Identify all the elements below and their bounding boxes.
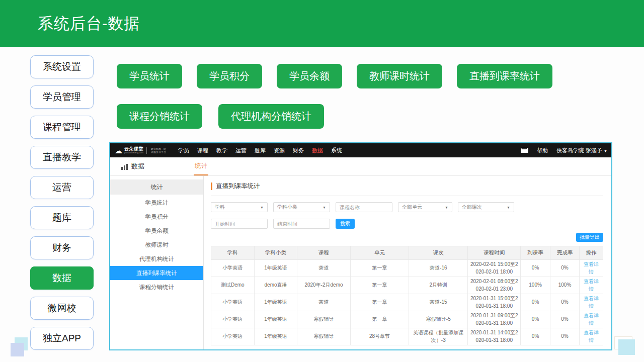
help-link[interactable]: 帮助 xyxy=(537,147,548,154)
sidebar-item[interactable]: 数据 xyxy=(30,266,94,290)
statistics-submenu: 统计 学员统计 学员积分 学员余额 教师课时 代理机构统计 直播到课率统计 xyxy=(110,176,204,349)
sidebar-item[interactable]: 直播教学 xyxy=(30,146,94,169)
app-navbar: ☁ 云朵课堂 yunduoketang.com 教育机构一站 式服务云平台 学员… xyxy=(110,143,611,157)
cell-attendance: 0% xyxy=(521,328,550,345)
tab-statistics[interactable]: 统计 xyxy=(194,157,208,175)
cell-subcategory: 1年级英语 xyxy=(254,311,297,328)
feature-chip[interactable]: 直播到课率统计 xyxy=(457,64,552,88)
submenu-item[interactable]: 学员积分 xyxy=(110,210,203,224)
feature-chip[interactable]: 课程分销统计 xyxy=(117,104,202,129)
table-row: 小学英语 1年级英语 茶道 第一章 茶道-15 2020-01-31 15:00… xyxy=(211,294,603,311)
cell-completion: 0% xyxy=(550,328,579,345)
submenu-items: 学员统计 学员积分 学员余额 教师课时 代理机构统计 直播到课率统计 课程分销统… xyxy=(110,196,203,294)
cell-subcategory: 1年级英语 xyxy=(254,294,297,311)
submenu-item[interactable]: 学员统计 xyxy=(110,196,203,210)
cell-completion: 0% xyxy=(550,311,579,328)
view-detail-link[interactable]: 查看详情 xyxy=(584,296,599,309)
submenu-item[interactable]: 代理机构统计 xyxy=(110,252,203,266)
cell-lesson: 英语课程（批量添加课次）-3 xyxy=(409,328,468,345)
submenu-item[interactable]: 课程分销统计 xyxy=(110,280,203,294)
lesson-select[interactable]: 全部课次▼ xyxy=(458,202,514,212)
title-accent-bar xyxy=(211,183,212,190)
sidebar-item[interactable]: 系统设置 xyxy=(30,55,94,78)
subject-select[interactable]: 学科▼ xyxy=(211,202,268,212)
submenu-item[interactable]: 直播到课率统计 xyxy=(110,266,203,280)
cell-unit: 第一章 xyxy=(350,311,409,328)
main-panel: 直播到课率统计 学科▼ 学科小类▼ 全部单元▼ 全部课次▼ xyxy=(204,176,611,349)
panel-title: 直播到课率统计 xyxy=(211,182,603,191)
cell-course: 寒假辅导 xyxy=(297,311,350,328)
cell-unit: 28号章节 xyxy=(350,328,409,345)
cell-actions: 查看详情 xyxy=(580,277,603,294)
start-time-input[interactable] xyxy=(211,219,268,229)
cell-lesson: 寒假辅导-5 xyxy=(409,311,468,328)
cell-attendance: 0% xyxy=(521,294,550,311)
app-nav-right: 帮助 侠客岛学院 张涵予▼ xyxy=(521,147,611,154)
sidebar-item-label: 独立APP xyxy=(43,332,81,345)
cell-subject: 小学英语 xyxy=(211,260,255,277)
decor-square-cyan-right xyxy=(618,339,635,355)
cell-lesson: 茶道-16 xyxy=(409,260,468,277)
logo-divider xyxy=(146,147,147,154)
feature-chip[interactable]: 学员余额 xyxy=(277,64,342,88)
col-header-lesson: 课次 xyxy=(409,246,468,260)
app-nav-item[interactable]: 运营 xyxy=(235,147,247,154)
view-detail-link[interactable]: 查看详情 xyxy=(584,313,599,326)
export-row: 批量导出 xyxy=(211,233,603,242)
subcategory-select[interactable]: 学科小类▼ xyxy=(273,202,330,212)
app-nav-item[interactable]: 资源 xyxy=(274,147,285,154)
cell-completion: 0% xyxy=(550,294,579,311)
app-nav-item[interactable]: 题库 xyxy=(255,147,266,154)
submenu-item[interactable]: 学员余额 xyxy=(110,224,203,238)
col-header-subject: 学科 xyxy=(211,246,255,260)
sidebar-item-label: 系统设置 xyxy=(43,60,81,73)
cell-unit: 第一章 xyxy=(350,294,409,311)
view-detail-link[interactable]: 查看详情 xyxy=(584,330,599,343)
app-nav-item[interactable]: 系统 xyxy=(331,147,342,154)
col-header-attendance: 到课率 xyxy=(521,246,550,260)
app-nav-item[interactable]: 教学 xyxy=(216,147,227,154)
sidebar-item[interactable]: 微网校 xyxy=(30,297,94,320)
cell-unit: 第一章 xyxy=(350,277,409,294)
batch-export-button[interactable]: 批量导出 xyxy=(576,233,603,242)
page: 系统后台-数据 系统设置 学员管理 课程管理 直播教学 运营 题库 xyxy=(0,0,644,362)
end-time-input[interactable] xyxy=(273,219,330,229)
sidebar-item[interactable]: 学员管理 xyxy=(30,85,94,109)
sidebar-item[interactable]: 独立APP xyxy=(30,327,94,350)
feature-chip[interactable]: 学员统计 xyxy=(117,64,182,88)
course-name-input[interactable] xyxy=(336,202,392,212)
sidebar-item[interactable]: 课程管理 xyxy=(30,116,94,139)
sidebar-item[interactable]: 运营 xyxy=(30,176,94,199)
app-nav-item[interactable]: 数据 xyxy=(312,147,323,154)
sidebar-item[interactable]: 题库 xyxy=(30,206,94,229)
search-button[interactable]: 搜索 xyxy=(336,219,355,229)
sidebar-item[interactable]: 财务 xyxy=(30,236,94,259)
app-nav-item[interactable]: 课程 xyxy=(197,147,208,154)
cell-actions: 查看详情 xyxy=(580,260,603,277)
col-header-course: 课程 xyxy=(297,246,350,260)
cell-completion: 100% xyxy=(550,277,579,294)
app-logo[interactable]: ☁ 云朵课堂 yunduoketang.com 教育机构一站 式服务云平台 xyxy=(110,147,170,154)
cell-lesson: 2月特训 xyxy=(409,277,468,294)
chevron-down-icon: ▼ xyxy=(604,149,607,153)
account-menu[interactable]: 侠客岛学院 张涵予▼ xyxy=(556,147,607,154)
bar-chart-icon xyxy=(121,163,128,170)
col-header-unit: 单元 xyxy=(350,246,409,260)
chevron-down-icon: ▼ xyxy=(507,206,510,209)
mail-icon[interactable] xyxy=(521,148,528,153)
logo-name: 云朵课堂 xyxy=(124,147,143,151)
cell-time: 2020-01-31 15:00至2020-01-31 18:00 xyxy=(468,294,521,311)
app-nav-item[interactable]: 学员 xyxy=(178,147,189,154)
submenu-item[interactable]: 教师课时 xyxy=(110,238,203,252)
view-detail-link[interactable]: 查看详情 xyxy=(584,261,599,275)
top-banner: 系统后台-数据 xyxy=(0,0,644,47)
feature-chip[interactable]: 教师课时统计 xyxy=(357,64,442,88)
feature-chip[interactable]: 学员积分 xyxy=(197,64,262,88)
unit-select[interactable]: 全部单元▼ xyxy=(398,202,452,212)
cell-attendance: 0% xyxy=(521,311,550,328)
app-nav-item[interactable]: 财务 xyxy=(293,147,304,154)
sidebar-item-label: 直播教学 xyxy=(43,151,81,164)
feature-chip[interactable]: 代理机构分销统计 xyxy=(218,104,324,129)
chip-row-1: 学员统计 学员积分 学员余额 教师课时统计 直播到课率统计 xyxy=(117,64,552,88)
view-detail-link[interactable]: 查看详情 xyxy=(584,279,599,292)
